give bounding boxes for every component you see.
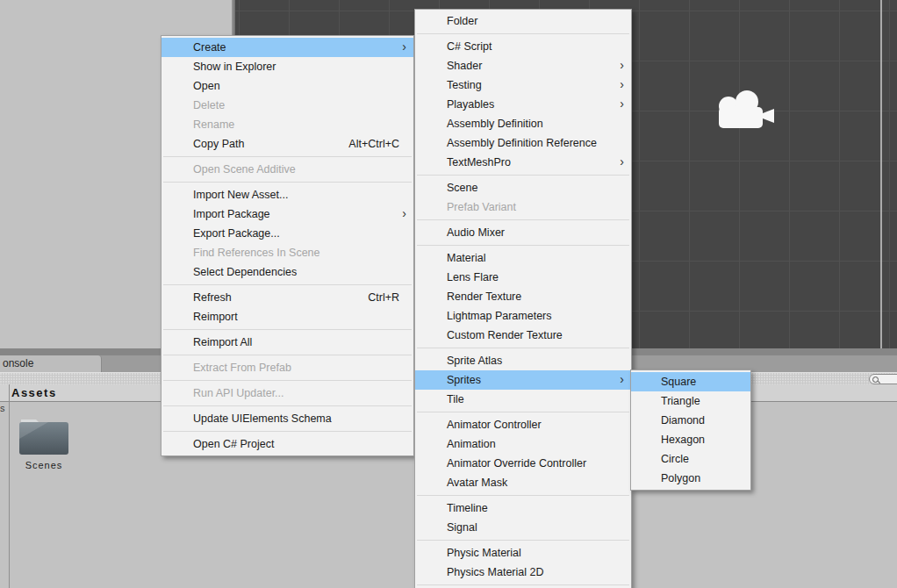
search-input[interactable]: [869, 374, 897, 384]
menu-separator: [417, 348, 629, 348]
chevron-right-icon: ›: [620, 55, 624, 75]
menu-item-custom-render-texture[interactable]: Custom Render Texture: [415, 326, 631, 345]
menu-item-label: Reimport All: [193, 336, 252, 348]
menu-item-folder[interactable]: Folder: [415, 11, 631, 31]
menu-item-playables[interactable]: Playables›: [415, 95, 631, 114]
menu-item-label: Animator Controller: [447, 419, 542, 431]
menu-item-signal[interactable]: Signal: [415, 518, 631, 537]
menu-item-label: Sprite Atlas: [447, 355, 502, 367]
menu-item-testing[interactable]: Testing›: [415, 75, 631, 95]
chevron-right-icon: ›: [620, 75, 624, 94]
menu-item-label: C# Script: [447, 40, 492, 53]
menu-item-open[interactable]: Open: [161, 76, 413, 96]
menu-item-label: Avatar Mask: [447, 477, 507, 489]
menu-item-label: Refresh: [193, 291, 232, 304]
menu-item-label: Render Texture: [447, 290, 521, 303]
menu-item-textmeshpro[interactable]: TextMeshPro›: [415, 153, 631, 172]
menu-item-label: Create: [193, 41, 226, 54]
menu-item-update-uielements-schema[interactable]: Update UIElements Schema: [161, 409, 413, 428]
menu-item-physic-material[interactable]: Physic Material: [415, 543, 631, 563]
menu-item-assembly-definition-reference[interactable]: Assembly Definition Reference: [415, 133, 631, 153]
menu-item-diamond[interactable]: Diamond: [631, 411, 750, 430]
menu-item-sprite-atlas[interactable]: Sprite Atlas: [415, 351, 631, 370]
menu-item-triangle[interactable]: Triangle: [631, 391, 750, 411]
menu-item-label: Triangle: [661, 395, 700, 407]
menu-separator: [163, 380, 412, 381]
menu-item-import-package[interactable]: Import Package›: [161, 204, 413, 224]
menu-item-shader[interactable]: Shader›: [415, 56, 631, 75]
menu-item-label: Import New Asset...: [193, 189, 288, 201]
menu-item-animator-controller[interactable]: Animator Controller: [415, 415, 631, 434]
menu-item-material[interactable]: Material: [415, 248, 631, 268]
menu-item-select-dependencies[interactable]: Select Dependencies: [161, 262, 413, 282]
menu-item-label: Physic Material: [447, 547, 521, 559]
menu-item-label: Scene: [447, 182, 477, 194]
menu-item-copy-path[interactable]: Copy PathAlt+Ctrl+C: [161, 134, 413, 154]
menu-item-tile[interactable]: Tile: [415, 390, 631, 409]
menu-separator: [417, 540, 629, 541]
menu-item-label: Lightmap Parameters: [447, 310, 552, 322]
menu-separator: [417, 245, 629, 246]
menu-item-label: Assembly Definition: [447, 118, 543, 130]
menu-item-label: Material: [447, 252, 485, 264]
menu-item-label: Import Package: [193, 208, 270, 220]
menu-item-c-script[interactable]: C# Script: [415, 37, 631, 56]
menu-item-label: Shader: [447, 60, 482, 72]
menu-separator: [163, 355, 412, 355]
menu-item-open-scene-additive: Open Scene Additive: [161, 160, 413, 179]
menu-item-import-new-asset[interactable]: Import New Asset...: [161, 185, 413, 204]
chevron-right-icon: ›: [620, 94, 624, 113]
menu-item-timeline[interactable]: Timeline: [415, 498, 631, 518]
menu-item-label: Timeline: [447, 502, 488, 514]
folder-icon: [12, 414, 75, 456]
menu-item-assembly-definition[interactable]: Assembly Definition: [415, 114, 631, 133]
menu-item-avatar-mask[interactable]: Avatar Mask: [415, 473, 631, 492]
tab-console-label: onsole: [3, 357, 33, 369]
menu-item-label: Square: [661, 376, 696, 388]
menu-item-animator-override-controller[interactable]: Animator Override Controller: [415, 454, 631, 473]
menu-item-show-in-explorer[interactable]: Show in Explorer: [161, 57, 413, 76]
project-tree-item-fragment: s: [0, 403, 8, 413]
menu-item-sprites[interactable]: Sprites›: [415, 370, 631, 390]
menu-item-label: Open: [193, 80, 220, 92]
menu-separator: [163, 431, 412, 432]
menu-item-refresh[interactable]: RefreshCtrl+R: [161, 288, 413, 307]
menu-item-label: Custom Render Texture: [447, 329, 563, 341]
menu-item-hexagon[interactable]: Hexagon: [631, 430, 750, 449]
tab-console[interactable]: onsole: [0, 355, 102, 372]
menu-separator: [163, 405, 412, 406]
menu-separator: [417, 495, 629, 496]
menu-separator: [163, 182, 412, 183]
menu-item-lens-flare[interactable]: Lens Flare: [415, 268, 631, 287]
chevron-right-icon: ›: [402, 37, 406, 56]
breadcrumb-assets-label[interactable]: Assets: [11, 386, 57, 399]
menu-item-label: Prefab Variant: [447, 201, 516, 213]
menu-item-label: Extract From Prefab: [193, 362, 291, 374]
project-tree-splitter[interactable]: [9, 384, 10, 588]
menu-item-lightmap-parameters[interactable]: Lightmap Parameters: [415, 306, 631, 326]
asset-folder-scenes[interactable]: Scenes: [12, 414, 75, 470]
menu-item-label: Export Package...: [193, 227, 280, 240]
menu-item-label: Audio Mixer: [447, 226, 505, 239]
menu-item-export-package[interactable]: Export Package...: [161, 224, 413, 243]
menu-item-render-texture[interactable]: Render Texture: [415, 287, 631, 306]
menu-item-animation[interactable]: Animation: [415, 434, 631, 454]
menu-item-label: Testing: [447, 79, 482, 91]
menu-item-square[interactable]: Square: [631, 372, 750, 391]
camera-icon[interactable]: [717, 90, 777, 131]
menu-item-shortcut: Ctrl+R: [368, 288, 399, 307]
context-menu: Create›Show in ExplorerOpenDeleteRenameC…: [161, 35, 414, 456]
menu-item-polygon[interactable]: Polygon: [631, 469, 750, 488]
menu-item-audio-mixer[interactable]: Audio Mixer: [415, 223, 631, 242]
menu-item-reimport-all[interactable]: Reimport All: [161, 333, 413, 352]
menu-item-physics-material-2d[interactable]: Physics Material 2D: [415, 563, 631, 582]
menu-item-circle[interactable]: Circle: [631, 449, 750, 469]
menu-item-reimport[interactable]: Reimport: [161, 307, 413, 326]
chevron-right-icon: ›: [620, 369, 624, 389]
menu-item-create[interactable]: Create›: [161, 38, 413, 57]
menu-item-label: Physics Material 2D: [447, 566, 543, 578]
menu-item-open-c-project[interactable]: Open C# Project: [161, 434, 413, 454]
menu-item-scene[interactable]: Scene: [415, 178, 631, 197]
menu-item-label: Animator Override Controller: [447, 457, 586, 470]
menu-item-label: Assembly Definition Reference: [447, 137, 597, 149]
